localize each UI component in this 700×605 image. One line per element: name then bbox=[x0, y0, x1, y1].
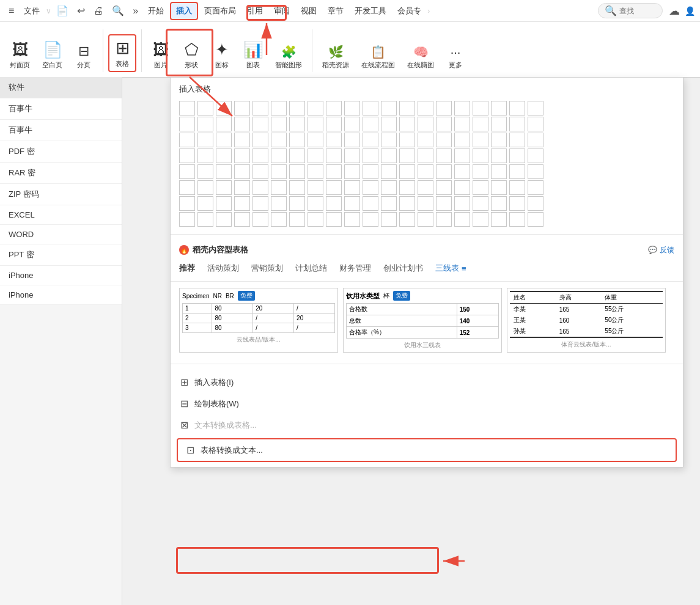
grid-cell-5-10[interactable] bbox=[363, 180, 378, 195]
grid-cell-4-5[interactable] bbox=[271, 164, 287, 179]
grid-cell-2-0[interactable] bbox=[179, 133, 195, 147]
grid-cell-1-12[interactable] bbox=[399, 117, 415, 131]
grid-cell-7-5[interactable] bbox=[271, 212, 287, 227]
grid-cell-3-7[interactable] bbox=[308, 148, 323, 163]
grid-cell-3-13[interactable] bbox=[418, 148, 433, 163]
search-box[interactable]: 🔍 bbox=[598, 3, 663, 18]
ribbon-page-break[interactable]: ⊟ 分页 bbox=[70, 41, 98, 72]
grid-cell-4-14[interactable] bbox=[436, 164, 452, 179]
grid-cell-3-10[interactable] bbox=[363, 148, 378, 163]
grid-cell-7-17[interactable] bbox=[491, 212, 507, 227]
grid-cell-6-18[interactable] bbox=[509, 196, 525, 211]
undo-icon[interactable]: ↩ bbox=[73, 2, 89, 19]
grid-cell-7-15[interactable] bbox=[454, 212, 470, 227]
sidebar-item-2[interactable]: 百事牛 bbox=[0, 120, 122, 141]
grid-cell-5-4[interactable] bbox=[252, 180, 268, 195]
grid-cell-4-0[interactable] bbox=[179, 164, 195, 179]
grid-cell-2-17[interactable] bbox=[491, 133, 507, 147]
grid-cell-2-3[interactable] bbox=[234, 133, 250, 147]
grid-cell-0-1[interactable] bbox=[197, 101, 213, 116]
ribbon-smart-graphic[interactable]: 🧩 智能图形 bbox=[270, 42, 307, 72]
menu-file[interactable]: 文件 bbox=[19, 3, 45, 19]
grid-cell-1-0[interactable] bbox=[179, 117, 195, 131]
ribbon-blank-page[interactable]: 📄 空白页 bbox=[37, 38, 67, 72]
grid-cell-3-16[interactable] bbox=[473, 148, 488, 163]
grid-cell-4-15[interactable] bbox=[454, 164, 470, 179]
grid-cell-6-6[interactable] bbox=[289, 196, 305, 211]
sidebar-item-3[interactable]: PDF 密 bbox=[0, 141, 122, 163]
cat-tab-finance[interactable]: 财务管理 bbox=[339, 260, 371, 276]
search-icon[interactable]: 🔍 bbox=[108, 2, 128, 19]
grid-cell-7-0[interactable] bbox=[179, 212, 195, 227]
grid-cell-1-5[interactable] bbox=[271, 117, 287, 131]
grid-cell-3-6[interactable] bbox=[289, 148, 305, 163]
ribbon-online-flow[interactable]: 📋 在线流程图 bbox=[356, 42, 400, 72]
ribbon-daoke-resource[interactable]: 🌿 稻壳资源 bbox=[317, 42, 354, 72]
grid-cell-5-17[interactable] bbox=[491, 180, 507, 195]
grid-cell-7-19[interactable] bbox=[528, 212, 543, 227]
menu-vip[interactable]: 会员专 bbox=[392, 3, 426, 19]
grid-cell-6-9[interactable] bbox=[344, 196, 360, 211]
grid-cell-0-11[interactable] bbox=[381, 101, 397, 116]
grid-cell-0-7[interactable] bbox=[308, 101, 323, 116]
grid-cell-5-18[interactable] bbox=[509, 180, 525, 195]
grid-cell-3-14[interactable] bbox=[436, 148, 452, 163]
grid-cell-5-15[interactable] bbox=[454, 180, 470, 195]
grid-cell-5-13[interactable] bbox=[418, 180, 433, 195]
grid-cell-4-17[interactable] bbox=[491, 164, 507, 179]
grid-cell-0-13[interactable] bbox=[418, 101, 433, 116]
grid-cell-2-2[interactable] bbox=[216, 133, 232, 147]
grid-cell-1-4[interactable] bbox=[252, 117, 268, 131]
sidebar-item-5[interactable]: ZIP 密码 bbox=[0, 184, 122, 205]
grid-cell-4-2[interactable] bbox=[216, 164, 232, 179]
grid-cell-2-1[interactable] bbox=[197, 133, 213, 147]
grid-cell-1-19[interactable] bbox=[528, 117, 543, 131]
grid-cell-3-17[interactable] bbox=[491, 148, 507, 163]
grid-cell-7-11[interactable] bbox=[381, 212, 397, 227]
grid-cell-3-5[interactable] bbox=[271, 148, 287, 163]
grid-cell-1-2[interactable] bbox=[216, 117, 232, 131]
grid-cell-2-16[interactable] bbox=[473, 133, 488, 147]
grid-cell-1-10[interactable] bbox=[363, 117, 378, 131]
grid-cell-4-3[interactable] bbox=[234, 164, 250, 179]
search-input[interactable] bbox=[619, 7, 656, 15]
grid-cell-1-1[interactable] bbox=[197, 117, 213, 131]
grid-cell-7-8[interactable] bbox=[326, 212, 342, 227]
grid-cell-4-13[interactable] bbox=[418, 164, 433, 179]
grid-cell-5-11[interactable] bbox=[381, 180, 397, 195]
sidebar-item-6[interactable]: EXCEL bbox=[0, 205, 122, 225]
grid-cell-2-13[interactable] bbox=[418, 133, 433, 147]
grid-cell-6-13[interactable] bbox=[418, 196, 433, 211]
cat-tab-event[interactable]: 活动策划 bbox=[207, 260, 239, 276]
sidebar-item-0[interactable]: 软件 bbox=[0, 77, 122, 98]
grid-cell-7-12[interactable] bbox=[399, 212, 415, 227]
insert-table-item[interactable]: ⊞ 插入表格(I) bbox=[171, 372, 683, 393]
grid-cell-1-8[interactable] bbox=[326, 117, 342, 131]
menu-insert[interactable]: 插入 bbox=[170, 2, 198, 20]
grid-cell-0-10[interactable] bbox=[363, 101, 378, 116]
grid-cell-1-6[interactable] bbox=[289, 117, 305, 131]
grid-cell-5-2[interactable] bbox=[216, 180, 232, 195]
grid-cell-0-17[interactable] bbox=[491, 101, 507, 116]
grid-cell-2-6[interactable] bbox=[289, 133, 305, 147]
grid-cell-6-15[interactable] bbox=[454, 196, 470, 211]
grid-cell-6-4[interactable] bbox=[252, 196, 268, 211]
grid-cell-7-14[interactable] bbox=[436, 212, 452, 227]
grid-cell-1-17[interactable] bbox=[491, 117, 507, 131]
grid-cell-5-0[interactable] bbox=[179, 180, 195, 195]
ribbon-table[interactable]: ⊞ 表格 bbox=[108, 34, 136, 72]
grid-cell-6-0[interactable] bbox=[179, 196, 195, 211]
grid-cell-2-15[interactable] bbox=[454, 133, 470, 147]
grid-cell-5-14[interactable] bbox=[436, 180, 452, 195]
grid-cell-5-19[interactable] bbox=[528, 180, 543, 195]
grid-cell-0-8[interactable] bbox=[326, 101, 342, 116]
sidebar-item-7[interactable]: WORD bbox=[0, 225, 122, 244]
grid-cell-3-2[interactable] bbox=[216, 148, 232, 163]
grid-cell-6-7[interactable] bbox=[308, 196, 323, 211]
sidebar-item-4[interactable]: RAR 密 bbox=[0, 163, 122, 184]
grid-cell-7-2[interactable] bbox=[216, 212, 232, 227]
grid-cell-1-11[interactable] bbox=[381, 117, 397, 131]
print-icon[interactable]: 🖨 bbox=[90, 3, 107, 19]
grid-cell-2-9[interactable] bbox=[344, 133, 360, 147]
grid-cell-1-16[interactable] bbox=[473, 117, 488, 131]
